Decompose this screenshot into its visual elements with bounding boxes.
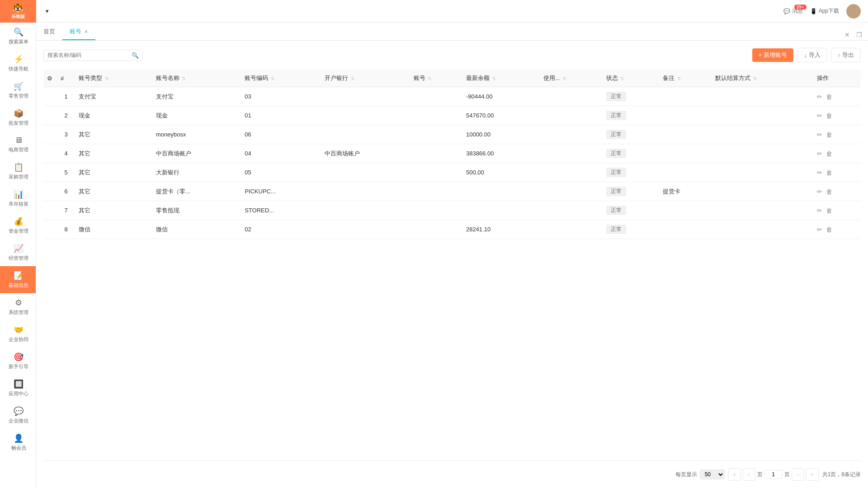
tab-close-button[interactable]: ✕ <box>84 29 88 35</box>
edit-button[interactable]: ✏ <box>817 150 822 157</box>
edit-button[interactable]: ✏ <box>817 112 822 119</box>
row-code: 01 <box>241 106 321 125</box>
sidebar-item-basic-info[interactable]: 📝 基础信息 <box>0 266 36 293</box>
balance-col-header[interactable]: 最新余额 ⇅ <box>462 70 540 87</box>
row-bank <box>321 87 410 106</box>
page-prev-button[interactable]: ‹ <box>743 468 755 481</box>
status-col-header[interactable]: 状态 ⇅ <box>603 70 659 87</box>
delete-button[interactable]: 🗑 <box>826 207 832 214</box>
page-next-button[interactable]: › <box>792 468 804 481</box>
add-account-button[interactable]: + 新增账号 <box>752 48 793 62</box>
edit-button[interactable]: ✏ <box>817 169 822 176</box>
sidebar-item-retail[interactable]: 🛒 零售管理 <box>0 77 36 104</box>
row-actions: ✏ 🗑 <box>813 144 861 163</box>
sidebar-item-inventory[interactable]: 📊 库存核算 <box>0 185 36 212</box>
bank-col-header[interactable]: 开户银行 ⇅ <box>321 70 410 87</box>
delete-button[interactable]: 🗑 <box>826 169 832 176</box>
money-icon: 💰 <box>14 216 24 226</box>
window-close-button[interactable]: ✕ <box>842 29 853 40</box>
sort-icon: ⇅ <box>271 76 274 81</box>
sidebar-item-label: 零售管理 <box>9 93 28 99</box>
edit-button[interactable]: ✏ <box>817 226 822 233</box>
page-size-select[interactable]: 50 100 200 <box>700 469 725 479</box>
delete-button[interactable]: 🗑 <box>826 188 832 195</box>
sidebar-item-label: 企业微信 <box>9 418 28 424</box>
app-label: App下载 <box>819 7 839 15</box>
sidebar-item-members[interactable]: 👤 畅会员 <box>0 429 36 456</box>
row-balance: 500.00 <box>462 163 540 182</box>
delete-button[interactable]: 🗑 <box>826 226 832 233</box>
usage-col-header[interactable]: 使用... ⇅ <box>540 70 603 87</box>
status-badge: 正常 <box>606 168 626 177</box>
edit-button[interactable]: ✏ <box>817 93 822 100</box>
sidebar-item-shortcuts[interactable]: ⚡ 快捷导航 <box>0 50 36 77</box>
sidebar-item-purchase[interactable]: 📋 采购管理 <box>0 158 36 185</box>
table-row: 6 其它 提货卡（零... PICKUPC... 正常 提货卡 ✏ 🗑 <box>43 182 861 201</box>
page-number-input[interactable] <box>764 470 783 479</box>
row-type: 其它 <box>75 201 152 220</box>
row-settings <box>43 220 57 239</box>
delete-button[interactable]: 🗑 <box>826 150 832 157</box>
sidebar-item-guide[interactable]: 🎯 新手引导 <box>0 347 36 375</box>
settings-col-header[interactable]: ⚙ <box>43 70 57 87</box>
status-badge: 正常 <box>606 149 626 158</box>
sidebar-item-label: 新手引导 <box>9 363 28 370</box>
name-col-header[interactable]: 账号名称 ⇅ <box>152 70 241 87</box>
edit-button[interactable]: ✏ <box>817 131 822 138</box>
search-icon[interactable]: 🔍 <box>132 52 139 59</box>
account-col-header[interactable]: 账号 ⇅ <box>410 70 462 87</box>
handshake-icon: 🤝 <box>14 325 24 335</box>
row-account <box>410 106 462 125</box>
sidebar-item-system[interactable]: ⚙ 系统管理 <box>0 293 36 320</box>
payment-col-header[interactable]: 默认结算方式 ⇅ <box>712 70 813 87</box>
delete-button[interactable]: 🗑 <box>826 93 832 100</box>
sidebar-item-finance[interactable]: 💰 资金管理 <box>0 212 36 239</box>
page-first-button[interactable]: « <box>728 468 741 481</box>
store-selector[interactable]: ▾ <box>43 8 49 14</box>
page-last-button[interactable]: » <box>806 468 819 481</box>
row-settings <box>43 125 57 144</box>
sort-icon: ⇅ <box>492 76 496 81</box>
sidebar-item-ecommerce[interactable]: 🖥 电商管理 <box>0 131 36 158</box>
sidebar-item-wechat[interactable]: 💬 企业微信 <box>0 402 36 429</box>
sort-icon: ⇅ <box>753 76 757 81</box>
table-row: 2 现金 现金 01 547670.00 正常 ✏ 🗑 <box>43 106 861 125</box>
table-row: 7 其它 零售抵现 STORED... 正常 ✏ 🗑 <box>43 201 861 220</box>
delete-button[interactable]: 🗑 <box>826 131 832 138</box>
search-input[interactable] <box>47 52 129 58</box>
window-restore-button[interactable]: ❐ <box>854 29 864 40</box>
row-index: 2 <box>57 106 75 125</box>
toolbar-right: + 新增账号 ↓ 导入 ↑ 导出 <box>752 48 861 62</box>
row-bank: 中百商场账户 <box>321 144 410 163</box>
row-bank <box>321 125 410 144</box>
message-button[interactable]: 💬 消息 99+ <box>783 7 803 15</box>
tab-home[interactable]: 首页 <box>36 24 62 40</box>
note-icon: 📝 <box>14 271 24 281</box>
edit-button[interactable]: ✏ <box>817 188 822 195</box>
avatar[interactable] <box>846 4 861 19</box>
top-header: ▾ 💬 消息 99+ 📱 App下载 <box>36 0 868 23</box>
sidebar-item-label: 资金管理 <box>9 228 28 235</box>
app-download-button[interactable]: 📱 App下载 <box>810 7 839 15</box>
import-button[interactable]: ↓ 导入 <box>797 48 827 62</box>
sidebar-item-app-center[interactable]: 🔲 应用中心 <box>0 375 36 402</box>
sidebar-item-wholesale[interactable]: 📦 批发管理 <box>0 104 36 131</box>
code-col-header[interactable]: 账号编码 ⇅ <box>241 70 321 87</box>
table-row: 1 支付宝 支付宝 03 -90444.00 正常 ✏ 🗑 <box>43 87 861 106</box>
row-type: 微信 <box>75 220 152 239</box>
edit-button[interactable]: ✏ <box>817 207 822 214</box>
row-name: 中百商场账户 <box>152 144 241 163</box>
type-col-header[interactable]: 账号类型 ⇅ <box>75 70 152 87</box>
row-account <box>410 220 462 239</box>
sidebar-item-collab[interactable]: 🤝 企业协同 <box>0 320 36 347</box>
row-index: 8 <box>57 220 75 239</box>
tab-account[interactable]: 账号 ✕ <box>62 24 95 40</box>
row-remark <box>659 144 712 163</box>
sidebar-item-search[interactable]: 🔍 搜索菜单 <box>0 23 36 50</box>
sidebar-item-operations[interactable]: 📈 经营管理 <box>0 239 36 266</box>
delete-button[interactable]: 🗑 <box>826 112 832 119</box>
phone-icon: 📱 <box>810 8 817 14</box>
export-button[interactable]: ↑ 导出 <box>831 48 861 62</box>
row-account <box>410 144 462 163</box>
remark-col-header[interactable]: 备注 ⇅ <box>659 70 712 87</box>
